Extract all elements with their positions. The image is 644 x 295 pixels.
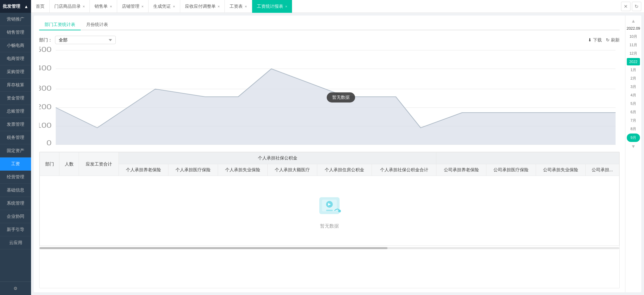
- close-all-button[interactable]: ✕: [621, 2, 630, 11]
- table-scrollbar[interactable]: [39, 247, 619, 249]
- refresh-tab-button[interactable]: ↻: [632, 2, 641, 11]
- page-content: 部门工资统计表 月份统计表 部门： 全部 ⬇ 下载 ↻: [34, 16, 625, 292]
- tab-店铺管理[interactable]: 店铺管理×: [117, 0, 149, 13]
- right-panel: ▲ 2022.09 10月11月12月20221月2月3月4月5月6月7月8月9…: [625, 16, 641, 292]
- year-badge[interactable]: 2022: [627, 58, 640, 65]
- tab-label: 门店商品目录: [54, 3, 81, 9]
- tab-bar-end: ✕ ↻: [621, 2, 644, 11]
- svg-text:300: 300: [39, 84, 52, 92]
- empty-state-cell: 暂无数据: [40, 176, 619, 246]
- sidebar-item-经营管理[interactable]: 经营管理: [0, 171, 31, 184]
- sidebar-item-企业协同[interactable]: 企业协同: [0, 210, 31, 223]
- empty-state: 暂无数据: [44, 179, 615, 243]
- sidebar-item-发票管理[interactable]: 发票管理: [0, 118, 31, 131]
- year-label: 2022.09: [626, 25, 641, 32]
- sidebar-settings[interactable]: ⚙: [0, 282, 31, 295]
- sidebar-item-资金管理[interactable]: 资金管理: [0, 92, 31, 105]
- sidebar-item-总账管理[interactable]: 总账管理: [0, 105, 31, 118]
- month-item[interactable]: 8月: [625, 125, 641, 133]
- tab-label: 工资统计报表: [257, 3, 283, 9]
- sidebar-item-营销推广[interactable]: 营销推广: [0, 13, 31, 26]
- sidebar-item-税务管理[interactable]: 税务管理: [0, 131, 31, 144]
- download-button[interactable]: ⬇ 下载: [588, 37, 602, 43]
- month-item[interactable]: 7月: [625, 116, 641, 125]
- month-item[interactable]: 5月: [625, 99, 641, 108]
- svg-text:0: 0: [47, 139, 52, 147]
- sidebar-item-库存核算[interactable]: 库存核算: [0, 79, 31, 92]
- refresh-button[interactable]: ↻ 刷新: [606, 37, 620, 43]
- sidebar-item-新手引导[interactable]: 新手引导: [0, 223, 31, 236]
- filter-row: 部门： 全部: [39, 36, 116, 44]
- tab-应收应付调整单[interactable]: 应收应付调整单×: [180, 0, 225, 13]
- svg-text:100: 100: [39, 121, 52, 129]
- tab-label: 生成凭证: [153, 3, 171, 9]
- sidebar-header[interactable]: 批发管理 ▲: [0, 0, 31, 13]
- sidebar-item-工资[interactable]: 工资: [0, 157, 31, 171]
- th-col: 个人承担养老保险: [118, 164, 168, 176]
- th-col: 公司承担医疗保险: [486, 164, 536, 176]
- th-col: 个人承担住房公积金: [317, 164, 372, 176]
- sidebar-item-云应用[interactable]: 云应用: [0, 236, 31, 249]
- svg-point-18: [338, 210, 341, 212]
- tab-label: 应收应付调整单: [185, 3, 216, 9]
- dept-filter-label: 部门：: [39, 37, 52, 43]
- active-month-item[interactable]: 9月: [627, 134, 640, 142]
- tab-首页[interactable]: 首页: [31, 0, 50, 13]
- th-dept: 部门: [40, 152, 59, 176]
- sidebar-item-电商管理[interactable]: 电商管理: [0, 52, 31, 65]
- th-col: 个人承担失业保险: [218, 164, 267, 176]
- sub-tab-dept[interactable]: 部门工资统计表: [39, 20, 81, 30]
- chart-area: 500 400 300 200 100 0 暂: [39, 47, 620, 149]
- month-item[interactable]: 6月: [625, 108, 641, 116]
- refresh-label: 刷新: [611, 37, 620, 43]
- month-item[interactable]: 2月: [625, 74, 641, 83]
- tab-close-icon[interactable]: ×: [173, 4, 175, 8]
- th-col: 公司承担养老保险: [436, 164, 486, 176]
- panel-up-arrow[interactable]: ▲: [630, 17, 637, 25]
- empty-text: 暂无数据: [320, 223, 339, 229]
- tab-label: 店铺管理: [122, 3, 139, 9]
- tab-label: 销售单: [95, 3, 108, 9]
- table-scrollbar-thumb: [39, 247, 387, 249]
- th-personal-insurance-group: 个人承担社保公积金: [118, 152, 436, 164]
- tab-close-icon[interactable]: ×: [218, 4, 220, 8]
- th-col: 个人承担大额医疗: [267, 164, 317, 176]
- month-item[interactable]: 11月: [625, 41, 641, 49]
- month-item[interactable]: 12月: [625, 49, 641, 58]
- tab-close-icon[interactable]: ×: [83, 4, 85, 8]
- th-col: 个人承担医疗保险: [168, 164, 218, 176]
- content-area: 部门工资统计表 月份统计表 部门： 全部 ⬇ 下载 ↻: [34, 16, 641, 292]
- sidebar-item-固定资产[interactable]: 固定资产: [0, 144, 31, 157]
- svg-marker-12: [56, 69, 616, 145]
- tab-工资表[interactable]: 工资表×: [225, 0, 252, 13]
- tab-close-icon[interactable]: ×: [245, 4, 247, 8]
- month-item[interactable]: 3月: [625, 83, 641, 91]
- sidebar-item-小畅电商[interactable]: 小畅电商: [0, 39, 31, 52]
- empty-icon: [316, 192, 343, 219]
- tab-销售单[interactable]: 销售单×: [90, 0, 117, 13]
- month-item[interactable]: 1月: [625, 66, 641, 74]
- tab-close-icon[interactable]: ×: [141, 4, 143, 8]
- tab-工资统计报表[interactable]: 工资统计报表×: [252, 0, 292, 13]
- tab-生成凭证[interactable]: 生成凭证×: [149, 0, 180, 13]
- sidebar-title: 批发管理: [3, 3, 20, 9]
- month-item[interactable]: 10月: [625, 32, 641, 41]
- sidebar-item-销售管理[interactable]: 销售管理: [0, 26, 31, 39]
- table-wrapper[interactable]: 部门 人数 应发工资合计 个人承担社保公积金 个人承担养老保险个人承担医疗保险个…: [39, 152, 620, 288]
- svg-text:400: 400: [39, 64, 52, 72]
- sub-tab-month[interactable]: 月份统计表: [81, 20, 113, 30]
- th-col: 个人承担社保公积金合计: [372, 164, 436, 176]
- sidebar: 批发管理 ▲ 营销推广销售管理小畅电商电商管理采购管理库存核算资金管理总账管理发…: [0, 0, 31, 295]
- month-item[interactable]: 4月: [625, 91, 641, 99]
- toolbar-row: 部门： 全部 ⬇ 下载 ↻ 刷新: [39, 36, 620, 44]
- sidebar-item-基础信息[interactable]: 基础信息: [0, 184, 31, 197]
- sidebar-item-采购管理[interactable]: 采购管理: [0, 65, 31, 79]
- svg-text:200: 200: [39, 102, 52, 111]
- tab-close-icon[interactable]: ×: [285, 4, 287, 8]
- panel-down-arrow[interactable]: ▼: [630, 142, 637, 150]
- tab-bar: 首页门店商品目录×销售单×店铺管理×生成凭证×应收应付调整单×工资表×工资统计报…: [31, 0, 644, 13]
- tab-门店商品目录[interactable]: 门店商品目录×: [50, 0, 90, 13]
- dept-select[interactable]: 全部: [55, 36, 116, 44]
- sidebar-item-系统管理[interactable]: 系统管理: [0, 197, 31, 210]
- tab-close-icon[interactable]: ×: [110, 4, 112, 8]
